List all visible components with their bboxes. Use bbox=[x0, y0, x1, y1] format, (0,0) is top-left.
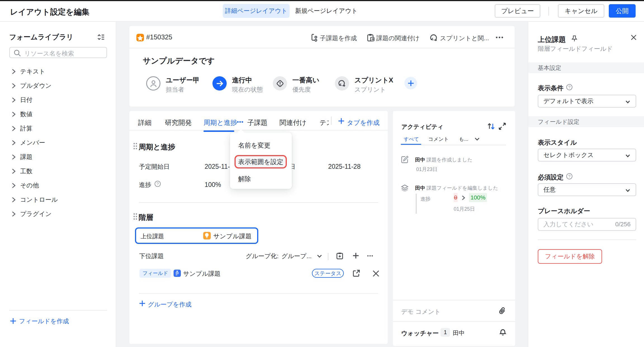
svg-text:?: ? bbox=[568, 85, 570, 89]
svg-text:?: ? bbox=[568, 174, 570, 179]
svg-text:?: ? bbox=[157, 181, 159, 186]
